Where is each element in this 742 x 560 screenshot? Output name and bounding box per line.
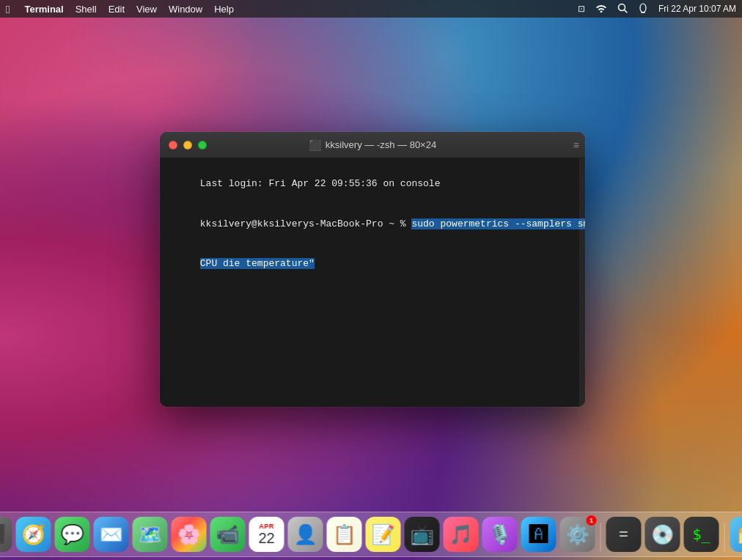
view-menu[interactable]: View: [136, 4, 157, 15]
terminal-content[interactable]: Last login: Fri Apr 22 09:55:36 on conso…: [160, 158, 585, 407]
dock-item-messages[interactable]: 💬: [55, 517, 90, 552]
syspreferences-badge: 1: [587, 515, 597, 526]
fullscreen-icon[interactable]: ⊡: [578, 4, 585, 14]
dock-item-safari[interactable]: 🧭: [16, 517, 51, 552]
svg-line-1: [624, 10, 627, 12]
dock-item-dvdplayer[interactable]: 💿: [645, 517, 680, 552]
command-line-2: CPU die temperature": [166, 244, 582, 284]
command-continuation: CPU die temperature": [200, 258, 315, 269]
traffic-lights: [169, 141, 207, 150]
dock-item-calculator[interactable]: =: [606, 517, 642, 552]
terminal-title-icon: ⬛: [309, 139, 321, 151]
dock-item-appletv[interactable]: 📺: [405, 517, 440, 552]
window-menu[interactable]: Window: [169, 4, 202, 15]
datetime: Fri 22 Apr 10:07 AM: [658, 4, 736, 14]
dock-item-calendar[interactable]: APR 22: [249, 517, 284, 552]
dock-item-syspreferences[interactable]: ⚙️ 1: [560, 517, 595, 552]
dock-item-facetime[interactable]: 📹: [210, 517, 246, 552]
dock-item-notes[interactable]: 📝: [366, 517, 401, 552]
shell-menu[interactable]: Shell: [76, 4, 97, 15]
dock-item-finderwindow[interactable]: 📁: [730, 517, 743, 552]
dock-divider: [600, 523, 601, 552]
help-menu[interactable]: Help: [214, 4, 234, 15]
dock-item-podcasts[interactable]: 🎙️: [482, 517, 518, 552]
dock-item-appstore[interactable]: 🅰: [521, 517, 556, 552]
dock-item-photos[interactable]: 🌸: [172, 517, 207, 552]
minimize-button[interactable]: [183, 141, 192, 150]
dock-item-music[interactable]: 🎵: [444, 517, 479, 552]
terminal-window: ⬛ kksilvery — -zsh — 80×24 ≡ Last login:…: [160, 132, 585, 407]
dock-item-reminders[interactable]: 📋: [327, 517, 362, 552]
command-text: sudo powermetrics --samplers smc |grep -…: [411, 218, 585, 229]
dock-item-contacts[interactable]: 👤: [288, 517, 323, 552]
maximize-button[interactable]: [198, 141, 207, 150]
app-name[interactable]: Terminal: [24, 4, 63, 15]
command-line-1: kksilvery@kksilverys-MacBook-Pro ~ % sud…: [166, 205, 582, 245]
dock-item-terminal[interactable]: $_: [684, 517, 719, 552]
dock-item-maps[interactable]: 🗺️: [133, 517, 168, 552]
search-icon[interactable]: [617, 3, 628, 15]
dock-divider-2: [724, 523, 725, 552]
siri-icon[interactable]: [638, 3, 648, 15]
terminal-title: ⬛ kksilvery — -zsh — 80×24: [309, 139, 436, 151]
calendar-date: 22: [258, 530, 274, 547]
apple-menu[interactable]: : [6, 3, 10, 15]
wifi-icon[interactable]: [595, 4, 607, 15]
terminal-title-text: kksilvery — -zsh — 80×24: [326, 139, 436, 150]
dock-item-launchpad[interactable]: ⬛: [0, 517, 12, 552]
svg-point-2: [640, 4, 646, 12]
terminal-titlebar: ⬛ kksilvery — -zsh — 80×24 ≡: [160, 132, 585, 158]
menubar:  Terminal Shell Edit View Window Help ⊡: [0, 0, 742, 18]
close-button[interactable]: [169, 141, 177, 150]
last-login-line: Last login: Fri Apr 22 09:55:36 on conso…: [166, 164, 582, 205]
terminal-prompt: kksilvery@kksilverys-MacBook-Pro ~ %: [200, 218, 412, 229]
scroll-indicator: ≡: [573, 139, 579, 151]
dock-item-mail[interactable]: ✉️: [94, 517, 129, 552]
scrollbar[interactable]: [579, 158, 585, 407]
dock: 🖥️ ⬛ 🧭 💬 ✉️ 🗺️ 🌸 📹 APR 22 👤 📋 📝: [0, 512, 742, 557]
edit-menu[interactable]: Edit: [109, 4, 125, 15]
